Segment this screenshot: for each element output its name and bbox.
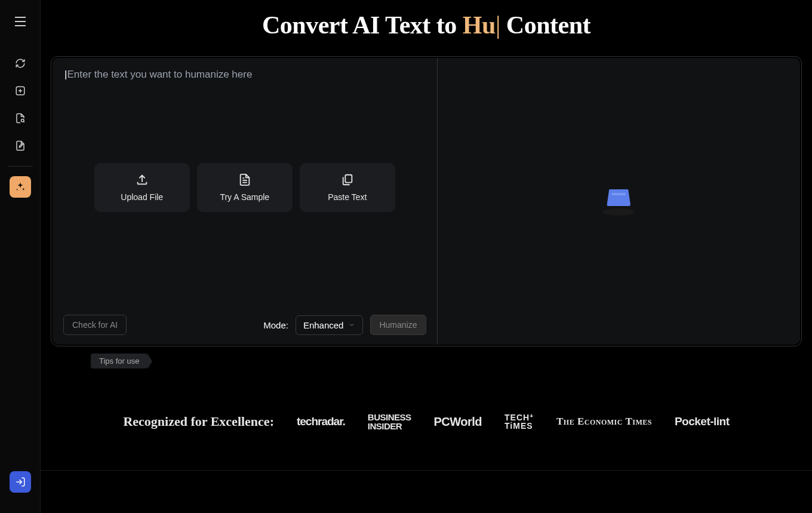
text-input[interactable]: |Enter the text you want to humanize her… bbox=[63, 67, 426, 309]
main-content: Convert AI Text to Hu| Content |Enter th… bbox=[41, 0, 812, 513]
brand-economic-times: The Economic Times bbox=[556, 416, 652, 428]
title-animated: Hu bbox=[463, 11, 496, 39]
paste-text-label: Paste Text bbox=[328, 192, 367, 202]
sidebar-item-doc-edit[interactable] bbox=[10, 135, 31, 156]
svg-rect-12 bbox=[345, 175, 352, 183]
sidebar-item-rotate[interactable] bbox=[10, 53, 31, 74]
empty-state-icon bbox=[601, 189, 636, 213]
mode-select[interactable]: Enhanced bbox=[296, 315, 364, 335]
document-icon bbox=[238, 173, 251, 186]
mode-value: Enhanced bbox=[303, 320, 344, 330]
title-suffix: Content bbox=[500, 11, 590, 39]
try-sample-label: Try A Sample bbox=[220, 192, 269, 202]
brand-pocketlint: Pocket-lint bbox=[675, 415, 730, 428]
title-prefix: Convert AI Text to bbox=[262, 11, 463, 39]
sparkle-icon bbox=[15, 182, 26, 192]
doc-edit-icon bbox=[15, 140, 26, 151]
humanize-button[interactable]: Humanize bbox=[370, 315, 426, 335]
hamburger-icon bbox=[14, 17, 26, 26]
output-panel bbox=[438, 58, 801, 345]
upload-file-card[interactable]: Upload File bbox=[94, 163, 190, 212]
menu-button[interactable] bbox=[10, 11, 31, 32]
page-title: Convert AI Text to Hu| Content bbox=[262, 11, 590, 39]
tips-tag[interactable]: Tips for use bbox=[91, 354, 147, 368]
try-sample-card[interactable]: Try A Sample bbox=[197, 163, 293, 212]
check-ai-button[interactable]: Check for AI bbox=[63, 315, 127, 335]
login-icon bbox=[15, 477, 26, 487]
input-panel: |Enter the text you want to humanize her… bbox=[53, 58, 438, 345]
paste-icon bbox=[341, 173, 354, 186]
recognition-label: Recognized for Excellence: bbox=[123, 414, 274, 429]
paste-text-card[interactable]: Paste Text bbox=[300, 163, 395, 212]
sidebar-separator bbox=[8, 166, 32, 167]
brand-pcworld: PCWorld bbox=[433, 415, 482, 429]
input-placeholder: |Enter the text you want to humanize her… bbox=[64, 69, 252, 81]
footer-divider bbox=[41, 470, 812, 471]
login-button[interactable] bbox=[10, 471, 31, 493]
plus-square-icon bbox=[15, 85, 26, 96]
title-cursor: | bbox=[496, 11, 500, 39]
upload-file-label: Upload File bbox=[121, 192, 163, 202]
sidebar-item-plus[interactable] bbox=[10, 80, 31, 102]
recognition-row: Recognized for Excellence: techradar. BU… bbox=[41, 413, 812, 431]
brand-techradar: techradar. bbox=[297, 415, 345, 428]
tips-label: Tips for use bbox=[99, 357, 139, 365]
upload-icon bbox=[136, 173, 149, 186]
workspace-panel: |Enter the text you want to humanize her… bbox=[51, 56, 802, 346]
sidebar-bottom bbox=[10, 471, 31, 499]
doc-search-icon bbox=[15, 113, 26, 124]
mode-label: Mode: bbox=[263, 320, 288, 330]
sidebar-item-sparkle[interactable] bbox=[10, 176, 31, 198]
chevron-down-icon bbox=[348, 321, 355, 328]
brand-techtimes: TECH+ TiMES bbox=[505, 413, 534, 430]
svg-point-6 bbox=[21, 119, 24, 122]
svg-line-7 bbox=[23, 122, 24, 122]
brand-business-insider: BUSINESS INSIDER bbox=[368, 413, 411, 431]
sidebar bbox=[0, 0, 41, 513]
input-action-cards: Upload File Try A Sample Paste Text bbox=[94, 163, 395, 212]
rotate-icon bbox=[15, 58, 26, 69]
input-controls: Check for AI Mode: Enhanced Humanize bbox=[63, 309, 426, 335]
sidebar-item-doc-search[interactable] bbox=[10, 107, 31, 129]
